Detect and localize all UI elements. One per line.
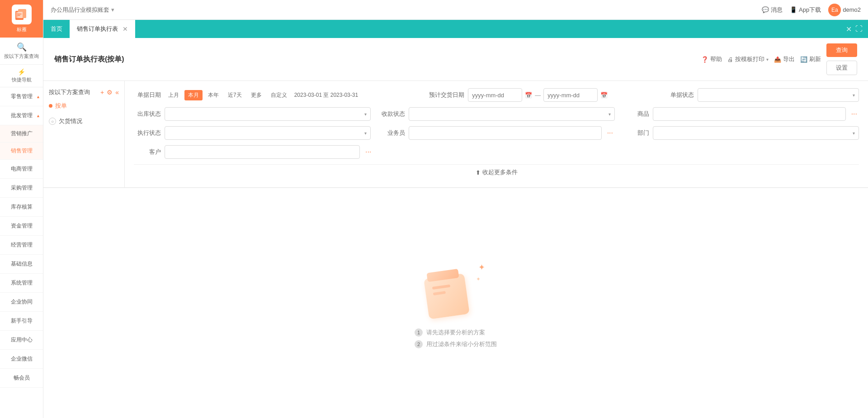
goods-dots-btn[interactable]: ···	[849, 110, 859, 118]
date-btn-this-year[interactable]: 本年	[204, 90, 222, 100]
salesperson-dots-btn[interactable]: ···	[605, 129, 615, 137]
hint2-text: 用过滤条件来缩小分析范围	[426, 340, 497, 348]
sidebar-item-system-label: 系统管理	[2, 279, 41, 287]
sidebar-item-retail[interactable]: 零售管理	[0, 87, 43, 106]
export-icon: 📤	[774, 56, 781, 63]
sidebar-search[interactable]: 🔍 按以下方案查询	[0, 38, 43, 65]
goods-label: 商品	[622, 110, 649, 118]
refresh-button[interactable]: 🔄 刷新	[800, 55, 821, 63]
status-label: 单据状态	[667, 91, 694, 99]
sidebar-item-enterprise[interactable]: 企业协同	[0, 293, 43, 312]
svg-rect-2	[16, 12, 23, 18]
export-button[interactable]: 📤 导出	[774, 55, 795, 63]
settings-button[interactable]: 设置	[826, 61, 857, 75]
date-btn-more[interactable]: 更多	[247, 90, 265, 100]
filter-form: 单据日期 上月 本月 本年 近7天 更多 自定义 2023-03-01 至 20…	[125, 81, 868, 187]
customer-label: 客户	[134, 148, 161, 156]
sidebar-item-system[interactable]: 系统管理	[0, 274, 43, 293]
tab-close-all-icon[interactable]: ✕	[846, 25, 852, 33]
sidebar-item-member-label: 畅会员	[2, 374, 41, 382]
sidebar-item-finance[interactable]: 资金管理	[0, 217, 43, 236]
tab-sales-exec[interactable]: 销售订单执行表 ✕	[70, 20, 135, 38]
message-icon: 💬	[762, 6, 769, 13]
sidebar-item-wechat[interactable]: 企业微信	[0, 350, 43, 369]
message-label: 消息	[771, 6, 783, 14]
print-button[interactable]: 🖨 按模板打印 ▾	[727, 55, 769, 63]
customer-input[interactable]	[165, 145, 360, 159]
sidebar-item-member[interactable]: 畅会员	[0, 369, 43, 388]
salesperson-input[interactable]	[409, 126, 602, 140]
expected-date-range: 📅 — 📅	[468, 88, 608, 102]
filter-scheme-欠货情况[interactable]: ○ 欠货情况	[43, 114, 124, 129]
add-scheme-icon[interactable]: +	[100, 89, 104, 96]
dept-select[interactable]: ▾	[653, 126, 859, 140]
page-title: 销售订单执行表(按单)	[54, 55, 124, 64]
filter-collapse-btn[interactable]: ⬆ 收起更多条件	[134, 164, 859, 180]
empty-hint-text: 1 请先选择要分析的方案 2 用过滤条件来缩小分析范围	[415, 328, 497, 348]
app-download-icon: 📱	[790, 6, 797, 13]
date-btn-this-month[interactable]: 本月	[184, 90, 203, 100]
dept-arrow: ▾	[853, 131, 855, 136]
sidebar-sub-marketing[interactable]: 营销推广	[0, 125, 43, 142]
expected-date-start[interactable]	[468, 88, 522, 102]
sidebar-logo[interactable]: 标雁	[0, 0, 43, 38]
empty-state: ✦ ✦ 1 请先选择要分析的方案 2 用过滤条件来缩小分析范围	[415, 258, 497, 348]
sidebar-item-ecommerce[interactable]: 电商管理	[0, 160, 43, 179]
filter-sidebar: 按以下方案查询 + ⚙ « 按单 ○ 欠货情况	[43, 81, 125, 187]
exec-status-arrow: ▾	[364, 131, 367, 136]
breadcrumb-arrow[interactable]: ▾	[111, 6, 114, 13]
collapse-sidebar-icon[interactable]: «	[115, 89, 119, 96]
status-select[interactable]: ▾	[698, 88, 859, 102]
query-button[interactable]: 查询	[826, 43, 857, 57]
topbar-message[interactable]: 💬 消息	[762, 6, 783, 14]
date-btn-7days[interactable]: 近7天	[224, 90, 245, 100]
topbar-right: 💬 消息 📱 App下载 Ea demo2	[762, 4, 861, 16]
filter-scheme-按单[interactable]: 按单	[43, 98, 124, 114]
tab-sales-exec-label: 销售订单执行表	[77, 25, 118, 33]
avatar: Ea	[828, 4, 841, 16]
refresh-label: 刷新	[809, 55, 821, 63]
date-btn-custom[interactable]: 自定义	[267, 90, 291, 100]
tab-close-icon[interactable]: ✕	[123, 25, 128, 33]
payment-status-select[interactable]: ▾	[409, 107, 615, 121]
date-btn-last-month[interactable]: 上月	[165, 90, 183, 100]
exec-status-select[interactable]: ▾	[165, 126, 371, 140]
settings-scheme-icon[interactable]: ⚙	[107, 89, 113, 96]
sidebar-item-purchase[interactable]: 采购管理	[0, 179, 43, 198]
help-label: 帮助	[710, 55, 722, 63]
date-range-text: 2023-03-01 至 2023-03-31	[294, 91, 358, 99]
sidebar-item-newuser[interactable]: 新手引导	[0, 312, 43, 331]
delivery-status-select[interactable]: ▾	[165, 107, 371, 121]
sidebar-item-purchase-label: 采购管理	[2, 184, 41, 192]
payment-status-arrow: ▾	[609, 112, 611, 117]
empty-hint-1: 1 请先选择要分析的方案	[415, 328, 485, 337]
quick-nav[interactable]: ⚡ 快捷导航	[0, 65, 43, 87]
sidebar-item-inventory[interactable]: 库存核算	[0, 198, 43, 217]
goods-input[interactable]	[653, 107, 846, 121]
sidebar-item-wholesale[interactable]: 批发管理	[0, 106, 43, 125]
sidebar-item-operation[interactable]: 经营管理	[0, 236, 43, 255]
sidebar-item-appcenter[interactable]: 应用中心	[0, 331, 43, 350]
tab-home[interactable]: 首页	[43, 20, 70, 38]
topbar-user[interactable]: Ea demo2	[828, 4, 861, 16]
filter-sidebar-title-text: 按以下方案查询	[49, 88, 90, 96]
topbar-app-download[interactable]: 📱 App下载	[790, 6, 821, 14]
filter-scheme-欠货情况-label: 欠货情况	[59, 117, 82, 125]
date-range: 2023-03-01 至 2023-03-31	[294, 91, 358, 99]
tab-expand-icon[interactable]: ⛶	[855, 25, 863, 33]
sidebar-item-basic[interactable]: 基础信息	[0, 255, 43, 274]
sidebar-item-finance-label: 资金管理	[2, 222, 41, 230]
collapse-label: 收起更多条件	[482, 168, 518, 176]
dept-label: 部门	[622, 129, 649, 137]
sidebar-sub-sales[interactable]: 销售管理	[0, 142, 43, 160]
help-button[interactable]: ❓ 帮助	[701, 55, 722, 63]
customer-dots-btn[interactable]: ···	[363, 148, 373, 156]
date-end-icon[interactable]: 📅	[600, 92, 608, 99]
logo-text: 标雁	[17, 26, 27, 33]
inactive-circle: ○	[49, 118, 56, 125]
sidebar-item-wechat-label: 企业微信	[2, 355, 41, 363]
expected-date-end[interactable]	[543, 88, 598, 102]
date-start-icon[interactable]: 📅	[525, 92, 532, 99]
query-buttons: 查询 设置	[826, 43, 857, 75]
date-sep: —	[535, 92, 541, 99]
